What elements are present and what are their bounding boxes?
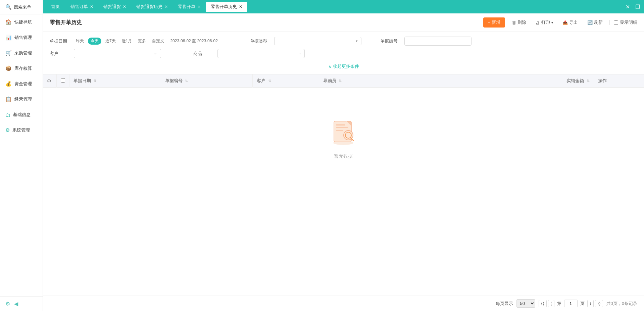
page-nav: ⟨⟨ ⟨ 第 页 ⟩ ⟩⟩ bbox=[539, 300, 603, 307]
delete-button[interactable]: 🗑 删除 bbox=[509, 18, 529, 27]
date-option-1month[interactable]: 近1月 bbox=[120, 38, 134, 45]
sidebar-item-purchase-mgmt[interactable]: 🛒 采购管理 bbox=[0, 45, 43, 61]
th-doc-no-label: 单据编号 bbox=[165, 78, 183, 83]
tabs-bar-right: ✕ ❐ bbox=[624, 2, 641, 11]
collapse-filter-button[interactable]: ∧ 收起更多条件 bbox=[50, 61, 637, 71]
th-doc-date-label: 单据日期 bbox=[73, 78, 91, 83]
sidebar-item-label: 快捷导航 bbox=[14, 19, 32, 25]
tab-home-label: 首页 bbox=[51, 4, 60, 10]
sidebar-item-finance[interactable]: 💰 资金管理 bbox=[0, 76, 43, 92]
tab-retail-history-close[interactable]: ✕ bbox=[239, 4, 242, 9]
svg-rect-2 bbox=[336, 124, 345, 125]
sidebar: 🔍 搜索采单 🏠 快捷导航 📊 销售管理 🛒 采购管理 📦 库存核算 💰 资金管… bbox=[0, 0, 43, 311]
folder-icon: 🗂 bbox=[5, 112, 10, 118]
date-option-more[interactable]: 更多 bbox=[136, 38, 148, 45]
th-checkbox bbox=[56, 74, 69, 88]
main: 首页 销售订单 ✕ 销货退货 ✕ 销货退货历史 ✕ 零售开单 ✕ 零售开单历史 … bbox=[43, 0, 644, 311]
tab-retail-history[interactable]: 零售开单历史 ✕ bbox=[206, 2, 247, 12]
doc-no-input[interactable] bbox=[404, 37, 472, 46]
th-doc-date[interactable]: 单据日期 ⇅ bbox=[69, 74, 161, 88]
window-close-icon[interactable]: ✕ bbox=[624, 2, 631, 11]
tab-sales-return-close[interactable]: ✕ bbox=[123, 4, 126, 9]
refresh-button[interactable]: 🔄 刷新 bbox=[585, 18, 605, 27]
date-option-custom[interactable]: 自定义 bbox=[150, 38, 166, 45]
goods-select[interactable]: ··· bbox=[217, 49, 305, 58]
refresh-label: 刷新 bbox=[594, 19, 603, 25]
sort-doc-no-icon[interactable]: ⇅ bbox=[185, 79, 188, 83]
th-action-label: 操作 bbox=[598, 78, 607, 83]
data-table: ⚙ 单据日期 ⇅ 单据编号 ⇅ bbox=[43, 74, 644, 179]
sort-guide-icon[interactable]: ⇅ bbox=[339, 79, 342, 83]
delete-label: 删除 bbox=[517, 19, 526, 25]
sidebar-search[interactable]: 🔍 搜索采单 bbox=[0, 0, 43, 14]
first-page-button[interactable]: ⟨⟨ bbox=[539, 300, 547, 307]
sidebar-item-label: 基础信息 bbox=[13, 112, 31, 118]
table-wrapper: ⚙ 单据日期 ⇅ 单据编号 ⇅ bbox=[43, 74, 644, 296]
export-button[interactable]: 📤 导出 bbox=[560, 18, 581, 27]
sort-amount-icon[interactable]: ⇅ bbox=[587, 79, 590, 83]
filter-area: 单据日期 昨天 今天 近7天 近1月 更多 自定义 2023-06-02 至 2… bbox=[43, 32, 644, 74]
prev-page-button[interactable]: ⟨ bbox=[548, 300, 554, 307]
sidebar-item-operations[interactable]: 📋 经营管理 bbox=[0, 92, 43, 107]
th-doc-no[interactable]: 单据编号 ⇅ bbox=[161, 74, 252, 88]
chart-icon: 📊 bbox=[5, 35, 12, 41]
goods-dots-icon[interactable]: ··· bbox=[297, 51, 301, 56]
pagination-bar: 每页显示 50 10 20 100 ⟨⟨ ⟨ 第 页 ⟩ ⟩⟩ 共0页，0条记录 bbox=[43, 296, 644, 311]
date-option-today[interactable]: 今天 bbox=[88, 38, 101, 45]
date-option-yesterday[interactable]: 昨天 bbox=[74, 38, 86, 45]
select-all-checkbox[interactable] bbox=[61, 78, 65, 83]
tab-sales-return-history-close[interactable]: ✕ bbox=[164, 4, 168, 9]
show-detail-label: 显示明细 bbox=[620, 19, 637, 25]
window-restore-icon[interactable]: ❐ bbox=[634, 2, 641, 11]
sidebar-item-label: 资金管理 bbox=[14, 81, 32, 87]
page-number-input[interactable] bbox=[564, 300, 578, 307]
delete-icon: 🗑 bbox=[512, 20, 516, 25]
next-page-button[interactable]: ⟩ bbox=[587, 300, 594, 307]
customer-dots-icon[interactable]: ··· bbox=[154, 51, 157, 56]
per-page-select[interactable]: 50 10 20 100 bbox=[516, 299, 535, 308]
empty-state: 暂无数据 bbox=[43, 88, 644, 179]
sidebar-item-inventory[interactable]: 📦 库存核算 bbox=[0, 61, 43, 76]
print-label: 打印 bbox=[541, 19, 550, 25]
tab-sales-order-close[interactable]: ✕ bbox=[90, 4, 93, 9]
tab-retail-open-close[interactable]: ✕ bbox=[197, 4, 201, 9]
per-page-label: 每页显示 bbox=[496, 301, 513, 307]
sidebar-item-base-info[interactable]: 🗂 基础信息 bbox=[0, 107, 43, 122]
table-header-row: ⚙ 单据日期 ⇅ 单据编号 ⇅ bbox=[43, 74, 644, 88]
customer-select[interactable]: ··· bbox=[74, 49, 161, 58]
dropdown-arrow-icon: ▾ bbox=[356, 39, 358, 43]
show-detail-checkbox[interactable] bbox=[614, 20, 618, 25]
tab-home[interactable]: 首页 bbox=[46, 2, 65, 12]
show-detail-toggle[interactable]: 显示明细 bbox=[614, 19, 637, 25]
tab-sales-return-label: 销货退货 bbox=[103, 4, 121, 10]
print-button[interactable]: 🖨 打印 ▾ bbox=[533, 18, 556, 27]
last-page-button[interactable]: ⟩⟩ bbox=[595, 300, 603, 307]
tab-retail-open-label: 零售开单 bbox=[178, 4, 195, 10]
doc-type-select[interactable]: ▾ bbox=[274, 37, 361, 45]
svg-rect-3 bbox=[336, 127, 348, 128]
th-amount[interactable]: 实销金额 ⇅ bbox=[398, 74, 594, 88]
sidebar-item-label: 销售管理 bbox=[14, 35, 32, 41]
svg-rect-4 bbox=[336, 130, 343, 131]
add-button[interactable]: + 新增 bbox=[483, 17, 505, 28]
tab-sales-return[interactable]: 销货退货 ✕ bbox=[99, 2, 131, 12]
sidebar-item-sales-mgmt[interactable]: 📊 销售管理 bbox=[0, 30, 43, 45]
tab-sales-order[interactable]: 销售订单 ✕ bbox=[66, 2, 98, 12]
collapse-sidebar-icon[interactable]: ◀ bbox=[14, 301, 18, 307]
settings-icon[interactable]: ⚙ bbox=[5, 301, 10, 307]
tab-retail-open[interactable]: 零售开单 ✕ bbox=[173, 2, 205, 12]
th-customer[interactable]: 客户 ⇅ bbox=[253, 74, 319, 88]
tabs-bar: 首页 销售订单 ✕ 销货退货 ✕ 销货退货历史 ✕ 零售开单 ✕ 零售开单历史 … bbox=[43, 0, 644, 13]
date-options: 昨天 今天 近7天 近1月 更多 自定义 2023-06-02 至 2023-0… bbox=[74, 38, 218, 45]
tab-sales-return-history[interactable]: 销货退货历史 ✕ bbox=[132, 2, 172, 12]
table-settings-icon[interactable]: ⚙ bbox=[47, 78, 51, 84]
page-suffix: 页 bbox=[580, 301, 585, 307]
sidebar-item-sys-mgmt[interactable]: ⚙ 系统管理 bbox=[0, 122, 43, 138]
sidebar-item-quick-nav[interactable]: 🏠 快捷导航 bbox=[0, 14, 43, 30]
tab-retail-history-label: 零售开单历史 bbox=[211, 4, 237, 10]
th-guide[interactable]: 导购员 ⇅ bbox=[319, 74, 398, 88]
date-option-7days[interactable]: 近7天 bbox=[103, 38, 118, 45]
sort-doc-date-icon[interactable]: ⇅ bbox=[93, 79, 96, 83]
sort-customer-icon[interactable]: ⇅ bbox=[268, 79, 271, 83]
collapse-text: 收起更多条件 bbox=[333, 63, 359, 69]
